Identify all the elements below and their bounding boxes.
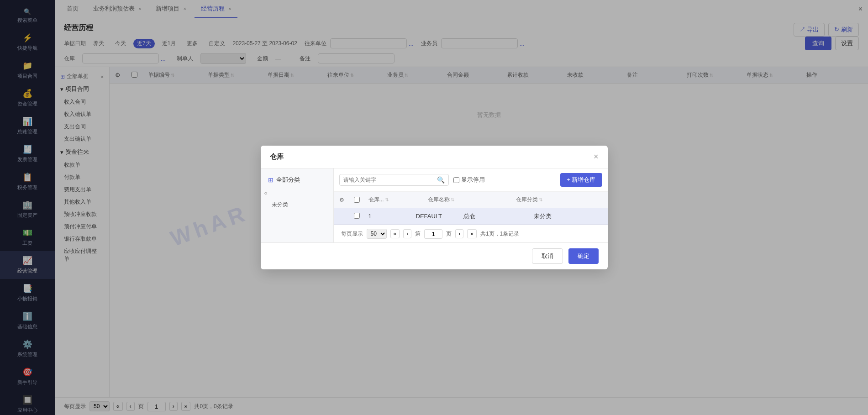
- add-warehouse-button[interactable]: + 新增仓库: [560, 173, 602, 187]
- modal-table: ⚙ 仓库... ⇅ 仓库名称 ⇅ 仓库分类: [334, 192, 608, 225]
- warehouse-modal: 仓库 × ⊞ 全部分类 « 未分类 🔍: [261, 146, 608, 269]
- modal-search-icon[interactable]: 🔍: [437, 176, 445, 184]
- modal-sidebar-all-category[interactable]: ⊞ 全部分类: [261, 172, 333, 188]
- cancel-button[interactable]: 取消: [532, 248, 563, 264]
- show-disabled-label: 显示停用: [453, 176, 485, 184]
- modal-sidebar-collapse[interactable]: «: [261, 188, 333, 198]
- row-warehouse-category: 未分类: [534, 212, 602, 221]
- modal-table-header: ⚙ 仓库... ⇅ 仓库名称 ⇅ 仓库分类: [334, 192, 608, 208]
- modal-overlay: 仓库 × ⊞ 全部分类 « 未分类 🔍: [0, 0, 868, 415]
- modal-next-btn[interactable]: ›: [455, 229, 463, 238]
- modal-header: 仓库 ×: [261, 146, 608, 168]
- modal-per-page-label: 每页显示: [341, 230, 363, 238]
- table-row[interactable]: 1 DEFAULT 总仓 未分类: [334, 208, 608, 225]
- modal-col-category: 仓库分类 ⇅: [516, 196, 602, 204]
- modal-search-box: 🔍: [339, 174, 449, 186]
- modal-last-btn[interactable]: »: [467, 229, 477, 238]
- modal-sidebar: ⊞ 全部分类 « 未分类: [261, 168, 334, 242]
- modal-prev-btn[interactable]: ‹: [403, 229, 411, 238]
- sort-icon-name[interactable]: ⇅: [451, 197, 454, 202]
- show-disabled-checkbox[interactable]: [453, 177, 459, 183]
- modal-page-label: 页: [446, 230, 452, 238]
- modal-first-btn[interactable]: «: [390, 229, 400, 238]
- modal-page-input[interactable]: [424, 229, 442, 239]
- modal-body: ⊞ 全部分类 « 未分类 🔍 显示停用: [261, 168, 608, 242]
- sort-icon-cat[interactable]: ⇅: [539, 197, 542, 202]
- modal-total-label: 共1页，1条记录: [480, 230, 519, 238]
- modal-select-all[interactable]: [354, 197, 360, 203]
- modal-col-check: [354, 197, 367, 203]
- modal-title: 仓库: [270, 152, 284, 161]
- row-checkbox[interactable]: [354, 213, 360, 219]
- modal-pagination: 每页显示 50 « ‹ 第 页 › » 共1页，1条记录: [334, 225, 608, 242]
- modal-content-panel: 🔍 显示停用 + 新增仓库 ⚙: [334, 168, 608, 242]
- confirm-button[interactable]: 确定: [568, 248, 599, 264]
- modal-sidebar-unclassified[interactable]: 未分类: [261, 198, 333, 211]
- modal-footer: 取消 确定: [261, 242, 608, 269]
- row-check: [354, 213, 367, 220]
- sort-icon-code[interactable]: ⇅: [385, 197, 389, 202]
- modal-col-code: 仓库... ⇅: [368, 196, 426, 204]
- modal-toolbar: 🔍 显示停用 + 新增仓库: [334, 168, 608, 192]
- modal-page-label-pre: 第: [415, 230, 421, 238]
- modal-col-gear[interactable]: ⚙: [339, 197, 352, 203]
- row-warehouse-name: 总仓: [463, 212, 532, 221]
- modal-close-button[interactable]: ×: [594, 152, 599, 162]
- modal-search-input[interactable]: [343, 177, 437, 183]
- modal-col-name: 仓库名称 ⇅: [428, 196, 514, 204]
- modal-per-page-select[interactable]: 50: [367, 229, 387, 239]
- grid-icon-modal: ⊞: [268, 176, 274, 184]
- row-code: 1: [368, 213, 414, 220]
- row-warehouse-code: DEFAULT: [416, 213, 462, 220]
